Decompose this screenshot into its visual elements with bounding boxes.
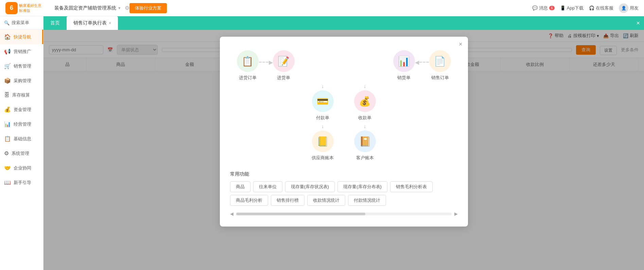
system-dropdown-icon[interactable]: ▾ xyxy=(118,5,121,11)
user-btn[interactable]: 👤 用友 xyxy=(619,3,639,13)
sidebar-item-sys-mgmt[interactable]: ⚙ 系统管理 xyxy=(0,146,43,161)
tab-bar: 首页 销售订单执行表 × × xyxy=(43,16,644,30)
sidebar-label-operation: 经营管理 xyxy=(14,121,31,127)
common-btns: 商品往来单位现存量(库存状况表)现存量(库存分布表)销售毛利分析表商品毛利分析销… xyxy=(230,181,458,206)
experience-btn[interactable]: 体验行业方案 xyxy=(129,3,167,13)
search-menu[interactable]: 🔍 搜索菜单 xyxy=(0,16,43,30)
top-bar: 6 畅康通好生意 标准版 装备及固定资产辅助管理系统 ▾ ⚙ 体验行业方案 💬 … xyxy=(0,0,644,16)
supplier-ledger-icon: 📒 xyxy=(312,130,334,152)
avatar: 👤 xyxy=(619,3,628,13)
download-icon: 📱 xyxy=(560,5,565,11)
arrow-h2: ◀ xyxy=(415,59,429,66)
sidebar-label-basic-info: 基础信息 xyxy=(14,136,31,142)
down-arrow4: ↓ xyxy=(354,124,376,129)
sidebar-item-newbie[interactable]: 📖 新手引导 xyxy=(0,175,43,190)
scroll-right-btn[interactable]: ▶ xyxy=(454,211,458,216)
sidebar-icon-finance: 💰 xyxy=(4,106,11,113)
search-icon: 🔍 xyxy=(4,20,10,25)
service-icon: 🎧 xyxy=(589,5,594,11)
logo-area: 6 畅康通好生意 标准版 xyxy=(5,2,49,14)
sidebar-label-quick-nav: 快捷导航 xyxy=(14,34,31,40)
sidebar-icon-inventory: 🗄 xyxy=(4,92,10,98)
tab-sales-exec[interactable]: 销售订单执行表 × xyxy=(67,16,118,30)
sidebar: 🔍 搜索菜单 🏠 快捷导航📢 营销推广🛒 销售管理📦 采购管理🗄 库存核算💰 资… xyxy=(0,16,43,270)
sidebar-icon-basic-info: 📋 xyxy=(4,136,11,142)
modal-overlay[interactable]: × 📋 进货订单 xyxy=(43,30,644,270)
sidebar-item-marketing[interactable]: 📢 营销推广 xyxy=(0,44,43,59)
purchase-bill-icon: 📝 xyxy=(273,50,295,72)
common-functions: 常用功能 商品往来单位现存量(库存状况表)现存量(库存分布表)销售毛利分析表商品… xyxy=(230,171,458,206)
page-content: ❓ 帮助 🖨 按模板打印 ▾ 📤 导出 🔄 xyxy=(43,30,644,270)
online-service-btn[interactable]: 🎧 在线客服 xyxy=(589,5,613,11)
flow-section: 📋 进货订单 ▶ xyxy=(230,47,458,171)
common-btn-商品[interactable]: 商品 xyxy=(230,181,250,192)
sales-bill-icon: 📊 xyxy=(393,50,415,72)
app-download-btn[interactable]: 📱 App下载 xyxy=(560,5,584,11)
down-arrow1: ↓ xyxy=(312,84,334,89)
sidebar-item-operation[interactable]: 📊 经营管理 xyxy=(0,117,43,131)
customer-ledger-icon: 📔 xyxy=(354,130,376,152)
common-btn-现存量(库存状况表)[interactable]: 现存量(库存状况表) xyxy=(285,181,335,192)
common-btn-付款情况统计[interactable]: 付款情况统计 xyxy=(348,195,386,206)
down-arrow2: ↓ xyxy=(354,84,376,89)
sidebar-items: 🏠 快捷导航📢 营销推广🛒 销售管理📦 采购管理🗄 库存核算💰 资金管理📊 经营… xyxy=(0,30,43,190)
flow-supplier-ledger[interactable]: 📒 供应商账本 xyxy=(312,130,334,161)
sidebar-icon-sales: 🛒 xyxy=(4,63,11,69)
arrow-h1: ▶ xyxy=(259,59,273,66)
flow-sales-bill[interactable]: 📊 销货单 xyxy=(393,50,415,81)
system-title: 装备及固定资产辅助管理系统 xyxy=(54,5,116,11)
common-btn-现存量(库存分布表)[interactable]: 现存量(库存分布表) xyxy=(337,181,387,192)
sidebar-label-marketing: 营销推广 xyxy=(14,49,31,55)
modal-scrollbar[interactable]: ◀ ▶ xyxy=(230,211,458,216)
message-icon: 💬 xyxy=(532,5,538,11)
sidebar-item-quick-nav[interactable]: 🏠 快捷导航 xyxy=(0,30,43,44)
sidebar-item-purchase[interactable]: 📦 采购管理 xyxy=(0,73,43,88)
top-right: 💬 消息 6 📱 App下载 🎧 在线客服 👤 用友 xyxy=(532,3,639,13)
sidebar-icon-corp-collab: 🤝 xyxy=(4,165,11,171)
common-btn-收款情况统计[interactable]: 收款情况统计 xyxy=(307,195,345,206)
close-window-btn[interactable]: × xyxy=(636,20,644,27)
common-btn-往来单位[interactable]: 往来单位 xyxy=(253,181,282,192)
sidebar-item-finance[interactable]: 💰 资金管理 xyxy=(0,102,43,117)
sales-order-icon: 📄 xyxy=(429,50,451,72)
sidebar-label-inventory: 库存核算 xyxy=(12,92,30,98)
sidebar-item-basic-info[interactable]: 📋 基础信息 xyxy=(0,131,43,146)
message-btn[interactable]: 💬 消息 6 xyxy=(532,5,555,11)
tab-home[interactable]: 首页 xyxy=(43,16,67,30)
flow-payment-bill[interactable]: 💳 付款单 xyxy=(312,90,334,121)
sidebar-label-corp-collab: 企业协同 xyxy=(14,165,31,171)
payment-bill-icon: 💳 xyxy=(312,90,334,112)
logo-text: 畅康通好生意 标准版 xyxy=(19,3,41,13)
flow-purchase-bill[interactable]: 📝 进货单 xyxy=(273,50,295,81)
common-btn-销售毛利分析表[interactable]: 销售毛利分析表 xyxy=(390,181,433,192)
common-btn-商品毛利分析[interactable]: 商品毛利分析 xyxy=(230,195,268,206)
sidebar-icon-operation: 📊 xyxy=(4,121,11,127)
sidebar-item-inventory[interactable]: 🗄 库存核算 xyxy=(0,88,43,102)
scroll-left-btn[interactable]: ◀ xyxy=(230,211,233,216)
sidebar-icon-newbie: 📖 xyxy=(4,179,11,186)
sidebar-item-sales[interactable]: 🛒 销售管理 xyxy=(0,59,43,73)
modal-close-btn[interactable]: × xyxy=(459,41,463,48)
flow-receipt-bill[interactable]: 💰 收款单 xyxy=(354,90,376,121)
common-btn-销售排行榜[interactable]: 销售排行榜 xyxy=(271,195,304,206)
scrollbar-thumb xyxy=(236,213,365,215)
modal: × 📋 进货订单 xyxy=(220,37,468,227)
top-center: 装备及固定资产辅助管理系统 ▾ ⚙ 体验行业方案 xyxy=(49,3,532,13)
logo-icon: 6 xyxy=(5,2,18,14)
sidebar-label-purchase: 采购管理 xyxy=(14,78,31,84)
purchase-order-icon: 📋 xyxy=(237,50,259,72)
sidebar-label-finance: 资金管理 xyxy=(14,107,31,113)
flow-customer-ledger[interactable]: 📔 客户账本 xyxy=(354,130,376,161)
common-functions-title: 常用功能 xyxy=(230,171,458,177)
flow-sales-order[interactable]: 📄 销售订单 xyxy=(429,50,451,81)
sidebar-label-sales: 销售管理 xyxy=(14,63,31,69)
sidebar-icon-sys-mgmt: ⚙ xyxy=(4,150,9,157)
sidebar-icon-purchase: 📦 xyxy=(4,77,11,84)
receipt-bill-icon: 💰 xyxy=(354,90,376,112)
sidebar-label-newbie: 新手引导 xyxy=(14,180,31,186)
settings-icon[interactable]: ⚙ xyxy=(125,5,129,11)
flow-purchase-order[interactable]: 📋 进货订单 xyxy=(237,50,259,81)
down-arrow3: ↓ xyxy=(312,124,334,129)
tab-close-icon[interactable]: × xyxy=(109,21,111,25)
sidebar-item-corp-collab[interactable]: 🤝 企业协同 xyxy=(0,161,43,175)
